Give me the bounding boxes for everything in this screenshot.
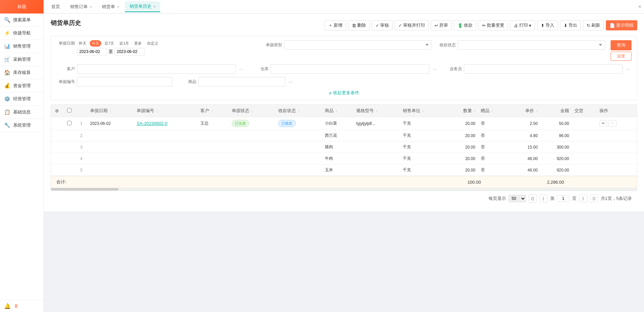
- receive-button[interactable]: 💲 收款: [454, 20, 476, 30]
- order-no-column[interactable]: 单据编号 ↕: [134, 105, 198, 117]
- notification-icon[interactable]: 🔔: [4, 303, 11, 309]
- batch-change-button[interactable]: ✏ 批量变更: [478, 20, 508, 30]
- audit-button[interactable]: ✓ 审核: [372, 20, 393, 30]
- tab-history[interactable]: 销货单历史 ×: [125, 1, 160, 12]
- row-checkbox[interactable]: [67, 121, 72, 125]
- sidebar-item-basic-info[interactable]: 📋 基础信息: [0, 106, 44, 119]
- gift-column[interactable]: 赠品 ↕: [478, 105, 509, 117]
- import-button[interactable]: ⬆ 导入: [537, 20, 558, 30]
- warehouse-label: 仓库: [250, 66, 269, 72]
- sidebar-item-sales[interactable]: 📊 销售管理: [0, 40, 44, 53]
- select-all-checkbox[interactable]: [67, 108, 72, 112]
- date-today[interactable]: 今天: [90, 40, 101, 47]
- order-no-input[interactable]: [77, 77, 172, 86]
- settings-button[interactable]: 设置: [611, 52, 632, 61]
- table-scrollbar-thumb[interactable]: [51, 188, 118, 191]
- show-detail-button[interactable]: 📄 显示明细: [606, 20, 637, 30]
- sidebar-item-finance[interactable]: 💰 资金管理: [0, 79, 44, 93]
- seq-cell: 4: [75, 153, 87, 164]
- sidebar-item-inventory[interactable]: 🏠 库存核算: [0, 66, 44, 79]
- staff-label: 业务员: [443, 66, 462, 72]
- edit-action[interactable]: ✏: [599, 120, 607, 127]
- date-separator: 至: [109, 49, 113, 55]
- warehouse-pick-button[interactable]: ···: [431, 66, 438, 72]
- doc-status-header: 单据状态: [232, 108, 249, 113]
- first-page-button[interactable]: ⟨⟨: [529, 194, 537, 203]
- date-to-input[interactable]: [114, 48, 145, 55]
- date-from-input[interactable]: [77, 48, 107, 55]
- tab-history-close[interactable]: ×: [153, 4, 156, 8]
- sidebar-item-purchase[interactable]: 🛒 采购管理: [0, 53, 44, 66]
- goods-input[interactable]: [198, 77, 285, 86]
- goods-cell: 玉米: [322, 164, 353, 176]
- per-page-select[interactable]: 50 100: [509, 195, 526, 202]
- spec-column[interactable]: 规格型号 ↕: [354, 105, 400, 117]
- amount-cell: 920.00: [540, 164, 572, 176]
- date-label: 单据日期: [56, 41, 75, 46]
- table-scrollbar[interactable]: [51, 188, 637, 190]
- customer-cell: 王总: [198, 117, 229, 130]
- last-page-button[interactable]: ⟩⟩: [590, 194, 598, 203]
- tab-delivery[interactable]: 销货单 ×: [97, 1, 124, 12]
- date-more[interactable]: 更多: [132, 40, 144, 47]
- prev-page-button[interactable]: ⟨: [539, 194, 548, 203]
- customer-pick-button[interactable]: ···: [238, 66, 245, 72]
- doc-status-column[interactable]: 单据状态 ↕: [229, 105, 276, 117]
- type-select[interactable]: [284, 40, 431, 50]
- date-custom[interactable]: 自定义: [145, 40, 160, 47]
- goods-pick-button[interactable]: ···: [287, 79, 294, 84]
- gear-icon[interactable]: ⚙: [55, 108, 59, 113]
- query-button[interactable]: 查询: [611, 40, 632, 50]
- date-column[interactable]: 单据日期 ↕: [87, 105, 134, 117]
- more-action[interactable]: ⋯: [608, 120, 617, 127]
- pause-icon[interactable]: ⏸: [13, 303, 19, 309]
- collapse-button[interactable]: ∧ 收起更多条件: [56, 90, 632, 96]
- date-yesterday[interactable]: 昨天: [77, 40, 88, 47]
- customer-column[interactable]: 客户 ↕: [198, 105, 229, 117]
- gift-cell: 否: [478, 117, 509, 130]
- print-button[interactable]: 🖨 打印 ▾: [510, 20, 535, 30]
- order-no-link[interactable]: SA-20230602-0: [137, 121, 167, 126]
- window-close-icon[interactable]: ×: [638, 4, 641, 10]
- order-no-cell[interactable]: SA-20230602-0: [134, 117, 198, 130]
- tab-home-label: 首页: [51, 4, 60, 10]
- sidebar-logo[interactable]: 标题: [0, 0, 44, 14]
- refresh-button[interactable]: ↻ 刷新: [583, 20, 604, 30]
- tab-home[interactable]: 首页: [47, 1, 65, 12]
- sidebar-item-sys[interactable]: 🔧 系统管理: [0, 119, 44, 132]
- page-number-input[interactable]: [557, 195, 569, 202]
- trade-cell: [572, 130, 597, 141]
- filter-area: 单据日期 昨天 今天 近7天 近1月 更多 自定义: [51, 36, 637, 100]
- tab-sales-order-close[interactable]: ×: [90, 5, 92, 9]
- new-button[interactable]: ＋ 新增: [325, 20, 346, 30]
- delete-button[interactable]: 🗑 删除: [348, 20, 370, 30]
- goods-cell: 牛肉: [322, 153, 353, 164]
- customer-input[interactable]: [77, 64, 236, 74]
- pay-status-sort-icon: ↕: [298, 109, 299, 113]
- qty-column[interactable]: 数量 ↕: [447, 105, 478, 117]
- payment-select[interactable]: [458, 40, 605, 50]
- date-1month[interactable]: 近1月: [117, 40, 131, 47]
- staff-input[interactable]: [464, 64, 623, 74]
- sidebar-item-quick-nav[interactable]: ⚡ 快捷导航: [0, 27, 44, 40]
- page-label: 第: [550, 196, 555, 202]
- audit-print-button[interactable]: ✓ 审核并打印: [395, 20, 429, 30]
- sidebar-item-search-menu[interactable]: 🔍 搜索菜单: [0, 14, 44, 27]
- unit-price-cell: 46.00: [509, 153, 540, 164]
- unit-column[interactable]: 销售单位 ↕: [400, 105, 447, 117]
- next-page-button[interactable]: ⟩: [579, 194, 587, 203]
- goods-column[interactable]: 商品 ↕: [322, 105, 353, 117]
- tab-sales-order[interactable]: 销售订单 ×: [65, 1, 96, 12]
- warehouse-input[interactable]: [271, 64, 429, 74]
- goods-header: 商品: [325, 108, 334, 113]
- sidebar-item-ops[interactable]: ⚙️ 经营管理: [0, 93, 44, 106]
- staff-pick-button[interactable]: ···: [625, 66, 632, 72]
- seq-cell: 1: [75, 117, 87, 130]
- pay-status-column[interactable]: 收款状态 ↕: [276, 105, 322, 117]
- gear-column[interactable]: ⚙: [51, 105, 63, 117]
- date-7days[interactable]: 近7天: [103, 40, 116, 47]
- tab-delivery-close[interactable]: ×: [117, 5, 119, 9]
- abandon-button[interactable]: ↩ 弃审: [431, 20, 452, 30]
- export-button[interactable]: ⬇ 导出: [560, 20, 581, 30]
- unit-price-column[interactable]: 单价 ↕: [509, 105, 540, 117]
